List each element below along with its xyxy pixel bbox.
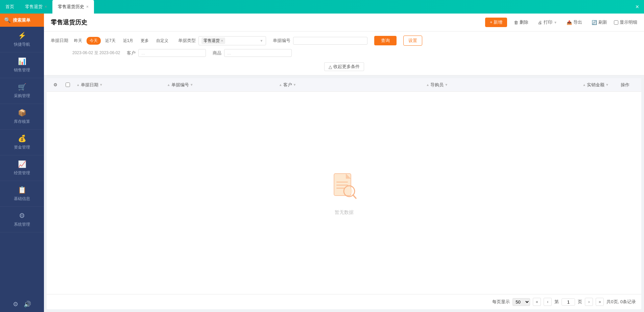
per-page-select[interactable]: 50 20 100: [512, 298, 530, 306]
collapse-label: 收起更多条件: [333, 64, 360, 70]
th-guide[interactable]: ▲ 导购员 ▼: [423, 82, 535, 88]
sales-icon: 📊: [18, 57, 26, 65]
tab-retail-return-history[interactable]: 零售退货历史 ×: [52, 0, 94, 14]
empty-state: 暂无数据: [47, 92, 641, 294]
prev-page-button[interactable]: ‹: [544, 298, 552, 306]
next-page-button[interactable]: ›: [585, 298, 593, 306]
toolbar: + 新增 🗑 删除 🖨 打印 ▼ 📤 导出 🔄: [485, 18, 637, 27]
topbar-tabs: 首页 零售退货 × 零售退货历史 ×: [0, 0, 630, 14]
date-btn-custom[interactable]: 自定义: [153, 37, 171, 45]
sort-down-icon3: ▼: [293, 83, 296, 87]
sidebar-item-purchase[interactable]: 🛒 采购管理: [0, 78, 44, 104]
goods-select[interactable]: ...: [224, 49, 292, 57]
sidebar-item-finance-label: 资金管理: [14, 144, 30, 150]
th-checkbox[interactable]: [62, 83, 74, 87]
empty-illustration: [327, 170, 361, 204]
type-filter-label: 单据类型: [178, 38, 196, 44]
settings-bottom-icon[interactable]: ⚙: [13, 300, 18, 308]
th-amount-label: 实销金额: [587, 82, 604, 88]
sidebar-item-operations[interactable]: 📈 经营管理: [0, 155, 44, 181]
refresh-icon: 🔄: [592, 20, 597, 25]
finance-icon: 💰: [18, 134, 26, 142]
operations-icon: 📈: [18, 160, 26, 168]
number-input[interactable]: [293, 37, 367, 45]
date-filter-label: 单据日期: [51, 38, 68, 44]
sidebar-item-system-label: 系统管理: [14, 222, 30, 227]
goods-filter: 商品 ...: [213, 49, 292, 57]
sidebar-item-purchase-label: 采购管理: [14, 93, 30, 99]
delete-button[interactable]: 🗑 删除: [511, 18, 531, 27]
sort-up-icon5: ▲: [582, 83, 586, 87]
export-label: 导出: [573, 19, 582, 25]
type-tag-remove[interactable]: ×: [221, 39, 223, 43]
date-btn-more[interactable]: 更多: [138, 37, 152, 45]
first-page-button[interactable]: «: [533, 298, 541, 306]
sort-up-icon: ▲: [76, 83, 80, 87]
th-ops: 操作: [612, 82, 639, 88]
table-container: ⚙ ▲ 单据日期 ▼ ▲ 单据编号 ▼ ▲ 客户 ▼: [47, 78, 641, 309]
page-title-row: 零售退货历史 + 新增 🗑 删除 🖨 打印 ▼ 📤 导出: [51, 18, 637, 27]
show-detail-checkbox[interactable]: [614, 20, 618, 25]
th-amount[interactable]: ▲ 实销金额 ▼: [535, 82, 612, 88]
tab-retail-return-history-close[interactable]: ×: [86, 5, 89, 9]
query-button[interactable]: 查询: [374, 36, 397, 45]
tab-home[interactable]: 首页: [0, 0, 20, 14]
add-button[interactable]: + 新增: [485, 18, 507, 27]
export-button[interactable]: 📤 导出: [564, 18, 585, 27]
settings-button[interactable]: 设置: [403, 36, 422, 46]
sidebar-item-system[interactable]: ⚙ 系统管理: [0, 207, 44, 232]
sort-down-icon5: ▼: [605, 83, 609, 87]
table-header: ⚙ ▲ 单据日期 ▼ ▲ 单据编号 ▼ ▲ 客户 ▼: [47, 78, 641, 92]
type-select[interactable]: 零售退货 × ▼: [198, 36, 266, 45]
date-btn-1month[interactable]: 近1月: [120, 37, 137, 45]
date-btn-yesterday[interactable]: 昨天: [71, 37, 85, 45]
filter-area: 单据日期 昨天 今天 近7天 近1月 更多 自定义 单据类型: [44, 31, 644, 75]
sidebar-item-basic-info[interactable]: 📋 基础信息: [0, 181, 44, 207]
date-btn-today[interactable]: 今天: [87, 37, 101, 45]
collapse-button[interactable]: △ 收起更多条件: [324, 62, 364, 71]
customer-select[interactable]: ...: [138, 49, 206, 57]
select-all-checkbox[interactable]: [66, 83, 70, 87]
svg-line-7: [353, 195, 356, 198]
print-button[interactable]: 🖨 打印 ▼: [535, 18, 560, 27]
sidebar-search[interactable]: 🔍 搜索菜单: [0, 14, 44, 27]
page-label: 第: [554, 299, 559, 305]
goods-placeholder: ...: [227, 50, 231, 55]
th-number-label: 单据编号: [171, 82, 189, 88]
filter-row-2: 2023-06-02 至 2023-06-02 客户 ... 商品 ...: [51, 49, 637, 57]
sidebar-item-finance[interactable]: 💰 资金管理: [0, 130, 44, 155]
th-customer[interactable]: ▲ 客户 ▼: [276, 82, 424, 88]
page-input[interactable]: [562, 298, 575, 306]
refresh-button[interactable]: 🔄 刷新: [589, 18, 610, 27]
th-guide-label: 导购员: [430, 82, 444, 88]
basic-info-icon: 📋: [18, 186, 26, 194]
type-tag: 零售退货 ×: [201, 38, 225, 44]
date-btn-7days[interactable]: 近7天: [102, 37, 119, 45]
pagination: 每页显示 50 20 100 « ‹ 第 页 › » 共0页, 0条记录: [47, 294, 641, 309]
inventory-icon: 📦: [18, 109, 26, 117]
volume-bottom-icon[interactable]: 🔊: [24, 300, 31, 308]
tab-retail-return-label: 零售退货: [25, 4, 43, 10]
tab-retail-return[interactable]: 零售退货 ×: [20, 0, 52, 14]
sidebar-item-sales[interactable]: 📊 销售管理: [0, 52, 44, 78]
th-date[interactable]: ▲ 单据日期 ▼: [74, 82, 164, 88]
sort-down-icon2: ▼: [190, 83, 193, 87]
page-title: 零售退货历史: [51, 18, 87, 26]
sidebar-item-quick-nav[interactable]: ⚡ 快捷导航: [0, 27, 44, 52]
th-number[interactable]: ▲ 单据编号 ▼: [164, 82, 276, 88]
per-page-label: 每页显示: [492, 299, 510, 305]
tab-retail-return-close[interactable]: ×: [45, 5, 47, 9]
window-close-button[interactable]: ×: [630, 0, 644, 14]
customer-filter-label: 客户: [127, 50, 136, 56]
print-label: 打印: [544, 19, 552, 25]
settings-icon: ⚙: [53, 82, 57, 87]
th-ops-label: 操作: [621, 82, 629, 88]
search-icon: 🔍: [4, 17, 11, 23]
sidebar-item-inventory[interactable]: 📦 库存核算: [0, 104, 44, 130]
th-settings[interactable]: ⚙: [49, 82, 62, 87]
last-page-button[interactable]: »: [596, 298, 604, 306]
date-range-text: 2023-06-02 至 2023-06-02: [72, 50, 120, 56]
sidebar-search-label: 搜索菜单: [13, 17, 30, 23]
number-filter-label: 单据编号: [273, 38, 290, 44]
content: 零售退货历史 + 新增 🗑 删除 🖨 打印 ▼ 📤 导出: [44, 14, 644, 312]
